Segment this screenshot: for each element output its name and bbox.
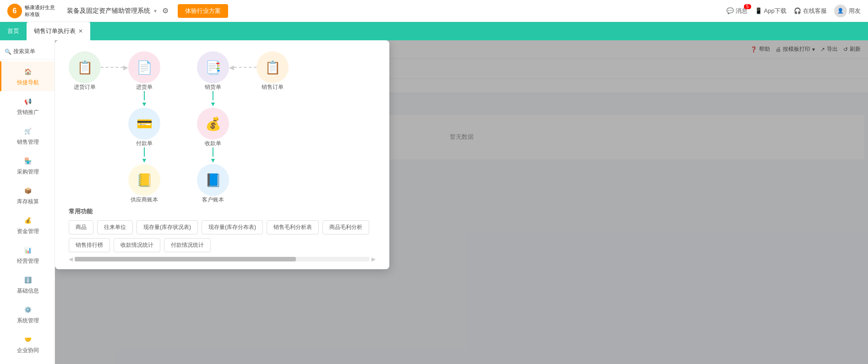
customer-ledger-icon: 📘 — [205, 173, 221, 188]
flow-node-payment-bill: 💳 付款单 — [128, 108, 160, 147]
purchase-order-icon: 📋 — [77, 60, 93, 75]
purchase-bill-icon: 📄 — [136, 60, 153, 75]
flow-node-sales-bill: 📑 销货单 — [197, 51, 229, 91]
inventory-icon: 📦 — [22, 185, 33, 196]
sidebar-item-guide[interactable]: 📖 新手引导 — [0, 359, 55, 364]
func-btn-sales-ranking[interactable]: 销售排行榜 — [69, 238, 110, 252]
dropdown-icon[interactable]: ▾ — [154, 8, 157, 14]
search-menu-item[interactable]: 🔍 搜索菜单 — [0, 44, 55, 60]
sidebar-item-purchase[interactable]: 🏪 采购管理 — [0, 151, 55, 180]
phone-icon: 📱 — [755, 7, 762, 14]
sidebar-item-quick-nav[interactable]: 🏠 快捷导航 — [0, 61, 55, 91]
online-service-button[interactable]: 🎧 在线客服 — [794, 7, 827, 15]
flow-row-3: 📒 供应商账本 📘 客户账本 — [69, 164, 376, 204]
flow-diagram: 📋 进货订单 ▶ 📄 — [69, 51, 376, 204]
common-functions-section: 常用功能 商品 往来单位 现存量(库存状况表) 现存量(库存分布表) 销售毛利分… — [69, 207, 376, 252]
message-icon: 💬 — [726, 7, 734, 14]
operations-icon: 📊 — [22, 244, 33, 255]
system-title: 装备及固定资产辅助管理系统 — [67, 7, 150, 15]
supplier-ledger-icon: 📒 — [136, 173, 153, 188]
scroll-track — [75, 257, 370, 261]
info-icon: ℹ️ — [22, 274, 33, 285]
arrow-purchase-to-purchase-bill: ▶ — [101, 64, 128, 71]
popup-scrollbar[interactable]: ◀ ▶ — [69, 256, 376, 262]
scroll-left-icon[interactable]: ◀ — [69, 256, 73, 262]
avatar: 👤 — [834, 5, 847, 17]
experience-button[interactable]: 体验行业方案 — [178, 4, 228, 18]
tab-close-icon[interactable]: ✕ — [78, 28, 83, 34]
flow-node-customer-ledger: 📘 客户账本 — [197, 164, 229, 204]
sidebar-item-collaboration[interactable]: 🤝 企业协同 — [0, 329, 55, 359]
sidebar-item-operations[interactable]: 📊 经营管理 — [0, 240, 55, 270]
flow-node-purchase-order: 📋 进货订单 — [69, 51, 101, 91]
header-right: 💬 消息 5 📱 App下载 🎧 在线客服 👤 用友 — [726, 5, 861, 17]
quick-guide-popup: 📋 进货订单 ▶ 📄 — [55, 40, 389, 269]
flow-node-supplier-ledger: 📒 供应商账本 — [128, 164, 160, 204]
tab-home[interactable]: 首页 — [0, 22, 27, 40]
main-layout: 🔍 搜索菜单 🏠 快捷导航 📢 营销推广 🛒 销售管理 🏪 采购管理 📦 库存核… — [0, 40, 868, 364]
flow-row-1: 📋 进货订单 ▶ 📄 — [69, 51, 376, 91]
message-badge: 5 — [744, 4, 751, 9]
sales-order-icon: 📋 — [265, 60, 281, 75]
content-area: ❓ 帮助 🖨 按模板打印 ▾ ↗ 导出 ↺ 刷新 📅 单据状态 — [55, 40, 868, 364]
down-arrow-payment: ▼ — [128, 147, 160, 164]
scroll-right-icon[interactable]: ▶ — [371, 256, 376, 262]
flow-node-sales-order: 📋 销售订单 — [257, 51, 289, 91]
flow-node-receipt-bill: 💰 收款单 — [197, 108, 229, 147]
func-btn-stock-status[interactable]: 现存量(库存状况表) — [136, 220, 198, 234]
popup-overlay: 📋 进货订单 ▶ 📄 — [55, 40, 868, 364]
arrow-sales-order-to-sales-bill: ◀ — [229, 64, 257, 71]
sidebar: 🔍 搜索菜单 🏠 快捷导航 📢 营销推广 🛒 销售管理 🏪 采购管理 📦 库存核… — [0, 40, 55, 364]
marketing-icon: 📢 — [22, 96, 33, 107]
func-btn-stock-distribution[interactable]: 现存量(库存分布表) — [202, 220, 263, 234]
sidebar-item-sales[interactable]: 🛒 销售管理 — [0, 121, 55, 151]
func-btn-partners[interactable]: 往来单位 — [97, 220, 133, 234]
flow-down-arrows-2: ▼ ▼ — [69, 147, 376, 164]
func-buttons-row1: 商品 往来单位 现存量(库存状况表) 现存量(库存分布表) 销售毛利分析表 商品… — [69, 220, 376, 234]
finance-icon: 💰 — [22, 215, 33, 226]
func-btn-sales-profit[interactable]: 销售毛利分析表 — [267, 220, 319, 234]
home-icon: 🏠 — [22, 66, 33, 77]
purchase-icon: 🏪 — [22, 155, 33, 166]
gear-icon[interactable]: ⚙ — [162, 6, 169, 15]
sidebar-item-inventory[interactable]: 📦 库存核算 — [0, 180, 55, 210]
search-icon: 🔍 — [5, 49, 11, 55]
tab-bar: 首页 销售订单执行表 ✕ — [0, 22, 868, 40]
logo-text: 畅康通好生意 标准版 — [25, 4, 55, 17]
down-arrow-sales-bill: ▼ — [197, 91, 229, 108]
flow-down-arrows: ▼ ▼ — [69, 91, 376, 108]
func-buttons-row2: 销售排行榜 收款情况统计 付款情况统计 — [69, 238, 376, 252]
logo-area: 6 畅康通好生意 标准版 — [7, 4, 62, 18]
receipt-bill-icon: 💰 — [205, 116, 221, 131]
sales-icon: 🛒 — [22, 125, 33, 136]
logo-icon: 6 — [7, 4, 22, 18]
flow-row-2: 💳 付款单 💰 收款单 — [69, 108, 376, 147]
down-arrow-receipt: ▼ — [197, 147, 229, 164]
user-button[interactable]: 👤 用友 — [834, 5, 861, 17]
sidebar-item-marketing[interactable]: 📢 营销推广 — [0, 91, 55, 121]
collab-icon: 🤝 — [22, 334, 33, 345]
scroll-thumb — [75, 257, 296, 261]
message-button[interactable]: 💬 消息 5 — [726, 7, 748, 15]
sidebar-item-system[interactable]: ⚙️ 系统管理 — [0, 299, 55, 329]
system-icon: ⚙️ — [22, 304, 33, 315]
system-title-area: 装备及固定资产辅助管理系统 ▾ ⚙ 体验行业方案 — [67, 4, 726, 18]
down-arrow-purchase-bill: ▼ — [128, 91, 160, 108]
app-download-button[interactable]: 📱 App下载 — [755, 7, 786, 15]
func-btn-product-profit[interactable]: 商品毛利分析 — [322, 220, 369, 234]
func-btn-receipt-stats[interactable]: 收款情况统计 — [114, 238, 160, 252]
payment-bill-icon: 💳 — [136, 116, 153, 131]
sales-bill-icon: 📑 — [205, 60, 221, 75]
headset-icon: 🎧 — [794, 7, 801, 14]
top-header: 6 畅康通好生意 标准版 装备及固定资产辅助管理系统 ▾ ⚙ 体验行业方案 💬 … — [0, 0, 868, 22]
sidebar-item-finance[interactable]: 💰 资金管理 — [0, 210, 55, 240]
common-functions-title: 常用功能 — [69, 207, 376, 216]
tab-sales-order[interactable]: 销售订单执行表 ✕ — [27, 22, 90, 40]
sidebar-item-basic-info[interactable]: ℹ️ 基础信息 — [0, 270, 55, 299]
flow-node-purchase-bill: 📄 进货单 — [128, 51, 160, 91]
func-btn-payment-stats[interactable]: 付款情况统计 — [164, 238, 211, 252]
func-btn-product[interactable]: 商品 — [69, 220, 93, 234]
